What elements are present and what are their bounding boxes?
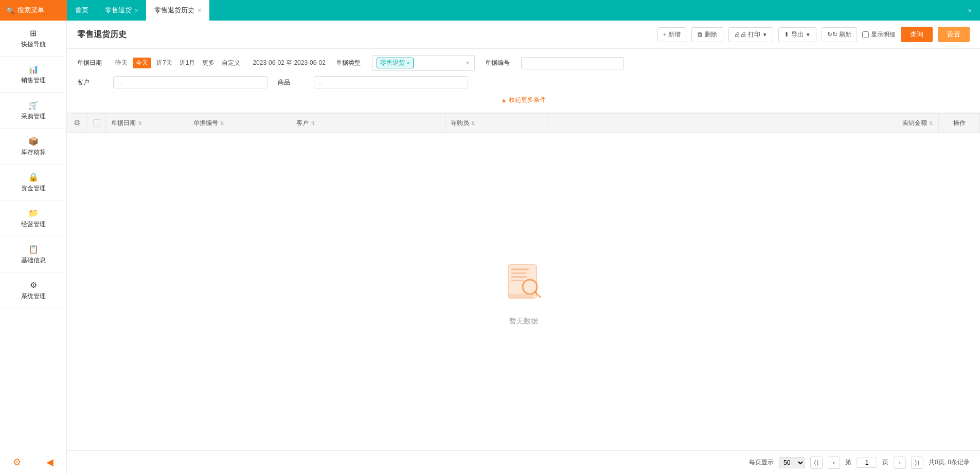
collapse-sidebar-icon[interactable]: ◀ bbox=[46, 457, 54, 468]
add-button[interactable]: + 新增 bbox=[657, 27, 686, 42]
sort-date-icon[interactable]: ⇅ bbox=[138, 120, 142, 126]
th-number-label: 单据编号 bbox=[193, 119, 218, 127]
date-opt-custom[interactable]: 自定义 bbox=[220, 58, 242, 68]
sort-guide-icon[interactable]: ⇅ bbox=[471, 120, 475, 126]
inventory-icon: 📦 bbox=[28, 136, 39, 146]
filter-area: 单据日期 昨天 今天 近7天 近1月 更多 自定义 2023-06-02 至 2… bbox=[67, 49, 980, 113]
type-tag-close[interactable]: × bbox=[407, 60, 410, 66]
query-button[interactable]: 查询 bbox=[901, 27, 933, 42]
filter-row-2: 客户 ... 商品 ... bbox=[77, 76, 970, 88]
tab-retail-return-label: 零售退货 bbox=[105, 6, 132, 15]
sidebar-item-sales-mgmt-label: 销售管理 bbox=[21, 76, 46, 85]
sidebar-item-basic-info[interactable]: 📋 基础信息 bbox=[0, 236, 66, 272]
empty-state: 暂无数据 bbox=[67, 133, 980, 450]
tab-home[interactable]: 首页 bbox=[67, 0, 97, 21]
th-action: 操作 bbox=[939, 114, 980, 132]
date-range: 2023-06-02 至 2023-06-02 bbox=[253, 59, 325, 67]
show-detail-toggle[interactable]: 显示明细 bbox=[862, 30, 896, 39]
sidebar-item-purchase-mgmt[interactable]: 🛒 采购管理 bbox=[0, 93, 66, 129]
collapse-button[interactable]: ▲ 收起更多条件 bbox=[501, 94, 546, 106]
settings-icon[interactable]: ⚙ bbox=[13, 457, 21, 468]
tab-retail-return-close[interactable]: × bbox=[135, 7, 138, 13]
sort-number-icon[interactable]: ⇅ bbox=[220, 120, 224, 126]
window-close-btn[interactable]: × bbox=[968, 7, 980, 14]
customer-placeholder: ... bbox=[118, 79, 123, 86]
sidebar-item-operation[interactable]: 📁 经营管理 bbox=[0, 200, 66, 236]
print-label: 🖨 打印 bbox=[740, 30, 760, 39]
customer-label: 客户 bbox=[77, 78, 103, 87]
type-label: 单据类型 bbox=[336, 59, 362, 67]
date-opt-7days[interactable]: 近7天 bbox=[154, 58, 174, 68]
type-select-arrow: ▼ bbox=[465, 60, 470, 66]
date-opt-today[interactable]: 今天 bbox=[133, 58, 151, 68]
page-size-select[interactable]: 50 10 20 100 bbox=[779, 457, 805, 468]
svg-rect-1 bbox=[511, 268, 529, 270]
svg-rect-3 bbox=[511, 276, 527, 278]
sidebar-item-inventory[interactable]: 📦 库存核算 bbox=[0, 129, 66, 165]
page-title: 零售退货历史 bbox=[77, 29, 127, 40]
sidebar-item-system-mgmt[interactable]: ⚙ 系统管理 bbox=[0, 272, 66, 308]
customer-select[interactable]: ... bbox=[113, 76, 268, 88]
delete-button[interactable]: 🗑 删除 bbox=[691, 27, 723, 42]
th-settings[interactable]: ⚙ bbox=[67, 114, 87, 132]
th-guide[interactable]: 导购员 ⇅ bbox=[446, 114, 548, 132]
tab-retail-return-history-close[interactable]: × bbox=[198, 7, 201, 13]
table-settings-icon[interactable]: ⚙ bbox=[74, 118, 80, 127]
date-label: 单据日期 bbox=[77, 59, 103, 67]
sidebar-item-finance-label: 资金管理 bbox=[21, 184, 46, 193]
show-detail-checkbox[interactable] bbox=[862, 31, 869, 38]
date-opt-yesterday[interactable]: 昨天 bbox=[113, 58, 130, 68]
finance-icon: 🔒 bbox=[28, 172, 39, 182]
th-amount-label: 实销金额 bbox=[902, 119, 927, 127]
date-opt-1month[interactable]: 近1月 bbox=[177, 58, 198, 68]
number-input[interactable] bbox=[521, 57, 624, 69]
th-guide-label: 导购员 bbox=[451, 119, 469, 127]
refresh-button[interactable]: ↻ ↻ 刷新 bbox=[822, 27, 857, 42]
th-checkbox[interactable] bbox=[87, 114, 106, 132]
sidebar-item-finance[interactable]: 🔒 资金管理 bbox=[0, 165, 66, 200]
export-icon: ⬆ bbox=[784, 31, 789, 38]
tab-retail-return-history[interactable]: 零售退货历史 × bbox=[146, 0, 209, 21]
export-button[interactable]: ⬆ 导出 ▼ bbox=[778, 27, 816, 42]
sidebar-item-quick-nav[interactable]: ⊞ 快捷导航 bbox=[0, 21, 66, 57]
svg-point-7 bbox=[525, 282, 534, 291]
empty-text: 暂无数据 bbox=[509, 317, 538, 326]
page-label: 第 bbox=[845, 458, 851, 467]
th-amount[interactable]: 实销金额 ⇅ bbox=[548, 114, 939, 132]
first-page-btn[interactable]: ⟨⟨ bbox=[810, 457, 823, 469]
tab-bar: 首页 零售退货 × 零售退货历史 × bbox=[67, 0, 968, 21]
th-customer[interactable]: 客户 ⇅ bbox=[291, 114, 446, 132]
sort-amount-icon[interactable]: ⇅ bbox=[929, 120, 933, 126]
system-mgmt-icon: ⚙ bbox=[28, 280, 39, 290]
date-range-value: 2023-06-02 至 2023-06-02 bbox=[253, 59, 325, 67]
print-button[interactable]: 🖨 🖨 打印 ▼ bbox=[728, 27, 773, 42]
select-all-checkbox[interactable] bbox=[93, 119, 100, 126]
type-select[interactable]: 零售退货 × ▼ bbox=[372, 55, 475, 71]
th-action-label: 操作 bbox=[953, 119, 966, 127]
prev-page-btn[interactable]: ‹ bbox=[828, 457, 840, 469]
empty-illustration bbox=[498, 257, 549, 308]
sort-customer-icon[interactable]: ⇅ bbox=[311, 120, 315, 126]
sidebar-item-sales-mgmt[interactable]: 📊 销售管理 bbox=[0, 57, 66, 93]
next-page-btn[interactable]: › bbox=[894, 457, 906, 469]
th-date[interactable]: 单据日期 ⇅ bbox=[106, 114, 188, 132]
sidebar-item-system-mgmt-label: 系统管理 bbox=[21, 292, 46, 301]
th-number[interactable]: 单据编号 ⇅ bbox=[188, 114, 291, 132]
show-detail-label: 显示明细 bbox=[871, 30, 896, 39]
search-menu-label: 搜索菜单 bbox=[17, 6, 44, 15]
table-container: ⚙ 单据日期 ⇅ 单据编号 ⇅ 客户 ⇅ 导购员 bbox=[67, 113, 980, 450]
search-menu-btn[interactable]: 🔍 搜索菜单 bbox=[0, 0, 67, 21]
last-page-btn[interactable]: ⟩⟩ bbox=[911, 457, 923, 469]
goods-select[interactable]: ... bbox=[314, 76, 468, 88]
setting-button[interactable]: 设置 bbox=[938, 27, 970, 42]
tab-home-label: 首页 bbox=[75, 6, 88, 15]
goods-placeholder: ... bbox=[318, 79, 324, 86]
search-icon: 🔍 bbox=[6, 7, 14, 14]
sidebar-bottom: ⚙ ◀ bbox=[0, 450, 66, 474]
total-info: 共0页, 0条记录 bbox=[929, 458, 970, 467]
tab-retail-return[interactable]: 零售退货 × bbox=[97, 0, 146, 21]
page-input[interactable] bbox=[857, 458, 877, 468]
sidebar-item-purchase-mgmt-label: 采购管理 bbox=[21, 112, 46, 121]
tab-retail-return-history-label: 零售退货历史 bbox=[154, 6, 194, 15]
date-opt-more[interactable]: 更多 bbox=[200, 58, 217, 68]
